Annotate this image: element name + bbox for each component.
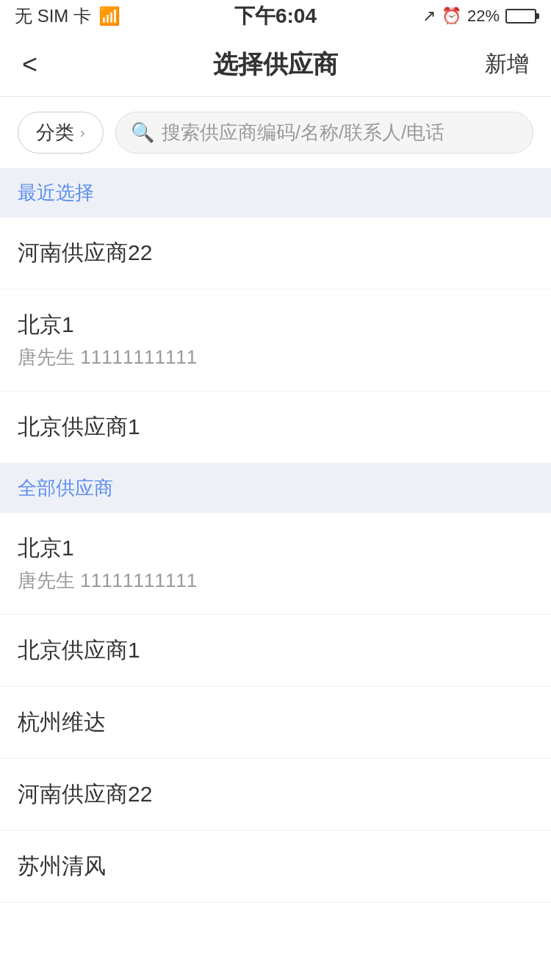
search-box[interactable]: 🔍 搜索供应商编码/名称/联系人/电话 [115,112,533,154]
item-name: 苏州清风 [18,851,533,882]
page-title: 选择供应商 [213,48,338,82]
item-name: 杭州维达 [18,707,533,738]
wifi-icon: 📶 [98,6,120,26]
all-section-header: 全部供应商 [0,464,551,513]
recent-section-label: 最近选择 [18,181,94,203]
list-item[interactable]: 河南供应商22 [0,217,551,289]
search-placeholder: 搜索供应商编码/名称/联系人/电话 [162,120,445,145]
item-sub: 唐先生 11111111111 [18,345,533,370]
back-button[interactable]: < [22,49,66,80]
status-bar: 无 SIM 卡 📶 下午6:04 ↗ ⏰ 22% [0,0,551,32]
status-right: ↗ ⏰ 22% [422,7,536,26]
alarm-icon: ⏰ [442,7,461,26]
recent-section-header: 最近选择 [0,168,551,217]
add-button[interactable]: 新增 [485,49,529,79]
search-icon: 🔍 [131,121,154,144]
item-name: 北京1 [18,533,533,563]
location-icon: ↗ [422,7,436,26]
battery-icon [505,9,536,24]
nav-bar: < 选择供应商 新增 [0,32,551,97]
item-name: 北京供应商1 [18,412,533,442]
carrier-label: 无 SIM 卡 [15,4,91,28]
list-item[interactable]: 北京供应商1 [0,615,551,687]
list-item[interactable]: 苏州清风 [0,831,551,903]
list-item[interactable]: 杭州维达 [0,687,551,759]
battery-percent: 22% [467,7,500,26]
filter-bar: 分类 › 🔍 搜索供应商编码/名称/联系人/电话 [0,97,551,168]
all-section-label: 全部供应商 [18,477,113,499]
item-name: 北京供应商1 [18,635,533,666]
list-item[interactable]: 河南供应商22 [0,759,551,831]
all-list: 北京1唐先生 11111111111北京供应商1杭州维达河南供应商22苏州清风 [0,513,551,903]
list-item[interactable]: 北京1唐先生 11111111111 [0,289,551,392]
time-label: 下午6:04 [234,2,317,30]
item-sub: 唐先生 11111111111 [18,568,533,594]
status-left: 无 SIM 卡 📶 [15,4,120,28]
item-name: 河南供应商22 [18,779,533,810]
chevron-right-icon: › [80,124,85,141]
item-name: 河南供应商22 [18,238,533,268]
list-item[interactable]: 北京1唐先生 11111111111 [0,513,551,615]
recent-list: 河南供应商22北京1唐先生 11111111111北京供应商1 [0,217,551,464]
category-label: 分类 [36,120,74,145]
list-item[interactable]: 北京供应商1 [0,392,551,464]
category-button[interactable]: 分类 › [18,112,104,154]
item-name: 北京1 [18,310,533,340]
